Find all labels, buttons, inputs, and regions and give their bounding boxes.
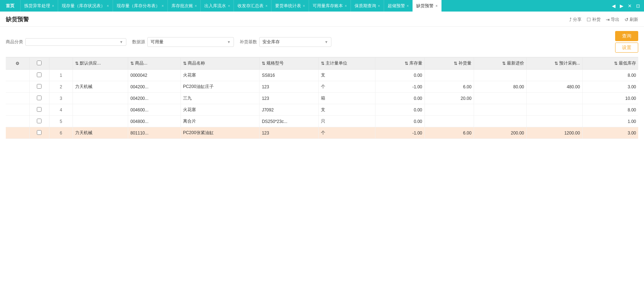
- close-tab-icon-demand-stats[interactable]: ×: [303, 4, 305, 8]
- th-unit-label: 主计量单位: [326, 60, 347, 66]
- row-supplier: [73, 104, 128, 116]
- query-button[interactable]: 查询: [615, 31, 638, 41]
- table-container: ⚙ ⇅ 默认供应... ⇅ 商: [0, 57, 644, 139]
- select-all-checkbox[interactable]: [37, 61, 42, 65]
- close-tab-icon-defect-handling[interactable]: ×: [52, 4, 54, 8]
- top-nav: 首页拣货异常处理×现存量（库存状况表）×现存量（库存分布表）×库存批次账×出入库…: [0, 0, 644, 12]
- row-seq: 2: [49, 81, 73, 93]
- row-unit: 支: [319, 104, 375, 116]
- settings-button[interactable]: 设置: [615, 43, 638, 53]
- row-name: PC200张紧油缸: [180, 127, 260, 139]
- nav-tab-shortage-warning[interactable]: 缺货预警×: [413, 0, 441, 12]
- th-code-label: 商品...: [135, 60, 147, 66]
- close-tab-icon-inout-flow[interactable]: ×: [228, 4, 230, 8]
- row-replenish: [425, 116, 474, 127]
- row-gear-cell: [6, 127, 30, 139]
- replenish-base-filter: 补货基数 安全库存 ▼: [240, 37, 331, 47]
- gear-icon[interactable]: ⚙: [16, 61, 19, 66]
- table-row: 3 004200... 三九 123 箱 0.00 20.00 10.00: [6, 93, 638, 104]
- row-checkbox-2[interactable]: [37, 96, 42, 100]
- page-title: 缺货预警: [6, 16, 29, 23]
- datasource-select[interactable]: 可用量 ▼: [147, 37, 234, 47]
- nav-tab-overstock-warning[interactable]: 超储预警×: [384, 0, 413, 12]
- row-spec: J7092: [260, 104, 319, 116]
- nav-tab-current-stock-dist[interactable]: 现存量（库存分布表）×: [113, 0, 168, 12]
- nav-tab-inout-flow[interactable]: 出入库流水×: [201, 0, 234, 12]
- th-spec: ⇅ 规格型号: [260, 57, 319, 70]
- replenish-button[interactable]: ☐ 补货: [587, 17, 601, 23]
- row-checkbox-1[interactable]: [37, 84, 42, 89]
- row-gear-cell: [6, 81, 30, 93]
- table-header-row: ⚙ ⇅ 默认供应... ⇅ 商: [6, 57, 638, 70]
- row-stock: 0.00: [375, 116, 425, 127]
- nav-controls: ◀ ▶ ✕ ⊡: [608, 3, 644, 9]
- th-spec-label: 规格型号: [266, 60, 284, 66]
- row-seq: 1: [49, 70, 73, 81]
- row-name: 火花塞: [180, 70, 260, 81]
- replenish-base-select[interactable]: 安全库存 ▼: [259, 37, 331, 47]
- export-button[interactable]: ⇥ 导出: [606, 17, 619, 23]
- row-checkbox-3[interactable]: [37, 107, 42, 112]
- nav-tab-recv-summary[interactable]: 收发存汇总表×: [234, 0, 271, 12]
- row-gear-cell: [6, 93, 30, 104]
- row-checkbox-5[interactable]: [37, 130, 42, 135]
- th-supplier: ⇅ 默认供应...: [73, 57, 128, 70]
- row-code: 004200...: [128, 93, 181, 104]
- row-name: 三九: [180, 93, 260, 104]
- row-checkbox-4[interactable]: [37, 119, 42, 123]
- row-latest-price: 80.00: [474, 81, 527, 93]
- row-estimated: [526, 70, 582, 81]
- th-name-label: 商品名称: [188, 60, 205, 66]
- nav-tab-demand-stats[interactable]: 要货单统计表×: [271, 0, 309, 12]
- row-min-stock: 3.00: [582, 81, 638, 93]
- nav-next-btn[interactable]: ▶: [618, 3, 625, 9]
- close-tab-icon-overstock-warning[interactable]: ×: [407, 4, 409, 8]
- th-stock-label: 库存量: [409, 60, 422, 66]
- row-stock: -1.00: [375, 127, 425, 139]
- row-stock: 0.00: [375, 104, 425, 116]
- share-button[interactable]: ⤴ 分享: [569, 17, 582, 23]
- nav-tab-stock-batch[interactable]: 库存批次账×: [168, 0, 201, 12]
- export-icon: ⇥: [606, 17, 610, 22]
- page-header: 缺货预警 ⤴ 分享 ☐ 补货 ⇥ 导出 ↺ 刷新: [0, 12, 644, 27]
- row-code: 004800...: [128, 116, 181, 127]
- close-tab-icon-recv-summary[interactable]: ×: [265, 4, 267, 8]
- nav-close-btn[interactable]: ✕: [626, 3, 634, 9]
- row-stock: -1.00: [375, 81, 425, 93]
- th-estimated: ⇅ 预计采购...: [526, 57, 582, 70]
- nav-tab-home[interactable]: 首页: [0, 0, 21, 12]
- th-name: ⇅ 商品名称: [180, 57, 260, 70]
- close-tab-icon-stock-batch[interactable]: ×: [195, 4, 197, 8]
- row-code: 801110...: [128, 127, 181, 139]
- refresh-button[interactable]: ↺ 刷新: [625, 17, 638, 23]
- table-row: 1 0000042 火花塞 SS816 支 0.00 8.00: [6, 70, 638, 81]
- nav-tab-defect-handling[interactable]: 拣货异常处理×: [21, 0, 58, 12]
- nav-fullscreen-btn[interactable]: ⊡: [634, 3, 642, 9]
- th-estimated-label: 预计采购...: [559, 60, 580, 66]
- row-spec: 123: [260, 93, 319, 104]
- th-replenish: ⇅ 补货量: [425, 57, 474, 70]
- row-code: 0000042: [128, 70, 181, 81]
- row-replenish: 6.00: [425, 127, 474, 139]
- table-row: 4 004600... 火花塞 J7092 支 0.00 8.00: [6, 104, 638, 116]
- row-name: 火花塞: [180, 104, 260, 116]
- row-checkbox-0[interactable]: [37, 72, 42, 77]
- close-tab-icon-current-stock-dist[interactable]: ×: [162, 4, 164, 8]
- close-tab-icon-expiry-query[interactable]: ×: [378, 4, 380, 8]
- nav-tab-expiry-query[interactable]: 保质期查询×: [351, 0, 384, 12]
- row-supplier: [73, 116, 128, 127]
- nav-prev-btn[interactable]: ◀: [610, 3, 617, 9]
- close-tab-icon-current-stock-status[interactable]: ×: [107, 4, 109, 8]
- row-replenish: 20.00: [425, 93, 474, 104]
- category-select[interactable]: ▼: [25, 38, 126, 46]
- row-unit: 个: [319, 81, 375, 93]
- close-tab-icon-available-ledger[interactable]: ×: [345, 4, 347, 8]
- nav-tab-available-ledger[interactable]: 可用量库存账本×: [309, 0, 351, 12]
- row-name: 离合片: [180, 116, 260, 127]
- nav-tab-current-stock-status[interactable]: 现存量（库存状况表）×: [58, 0, 113, 12]
- close-tab-icon-shortage-warning[interactable]: ×: [435, 4, 438, 8]
- th-min-stock-label: 最低库存: [619, 60, 636, 66]
- row-check-cell: [30, 104, 49, 116]
- th-supplier-label: 默认供应...: [80, 60, 101, 66]
- th-gear: ⚙: [6, 57, 30, 70]
